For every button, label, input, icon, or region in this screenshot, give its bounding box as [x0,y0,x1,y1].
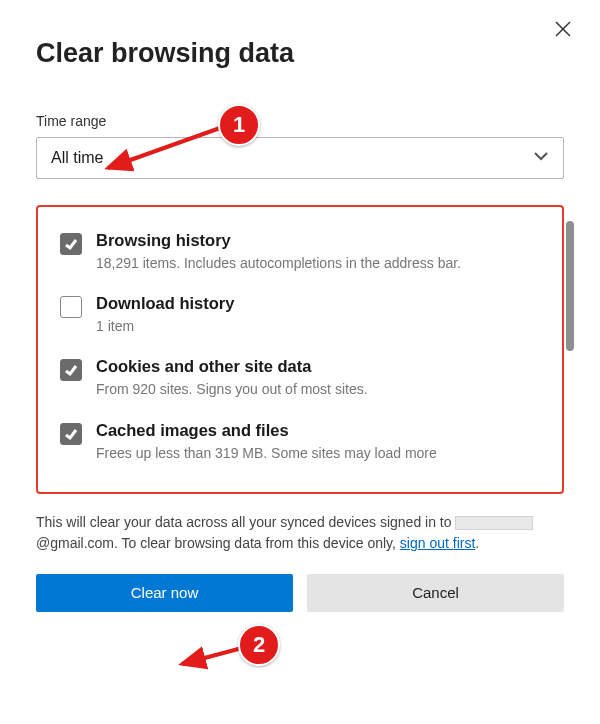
cancel-button[interactable]: Cancel [307,574,564,612]
checkbox-download-history[interactable] [60,296,82,318]
dialog-title: Clear browsing data [36,38,564,69]
item-title: Cookies and other site data [96,357,368,376]
item-title: Cached images and files [96,421,437,440]
redacted-email-user [455,516,533,530]
item-cookies: Cookies and other site data From 920 sit… [38,349,532,412]
item-title: Browsing history [96,231,461,250]
sign-out-link[interactable]: sign out first [400,535,475,551]
close-button[interactable] [548,16,578,46]
item-browsing-history: Browsing history 18,291 items. Includes … [38,223,532,286]
item-title: Download history [96,294,234,313]
chevron-down-icon [533,148,549,168]
annotation-arrow-1 [102,120,222,184]
item-cached: Cached images and files Frees up less th… [38,413,532,476]
footnote-mid: . To clear browsing data from this devic… [114,535,400,551]
item-download-history: Download history 1 item [38,286,532,349]
footnote-post: . [475,535,479,551]
data-types-list: Browsing history 18,291 items. Includes … [36,205,564,494]
item-sub: 18,291 items. Includes autocompletions i… [96,254,461,272]
scrollbar[interactable] [566,221,574,351]
annotation-badge-1: 1 [218,104,260,146]
annotation-arrow-2 [176,640,246,684]
clear-now-button[interactable]: Clear now [36,574,293,612]
button-row: Clear now Cancel [36,574,564,612]
checkbox-cached[interactable] [60,423,82,445]
checkbox-browsing-history[interactable] [60,233,82,255]
time-range-value: All time [51,149,103,167]
footnote-pre: This will clear your data across all you… [36,514,455,530]
svg-line-2 [108,128,220,168]
close-icon [554,20,572,42]
sync-footnote: This will clear your data across all you… [36,512,564,554]
footnote-email-domain: @gmail.com [36,535,114,551]
checkbox-cookies[interactable] [60,359,82,381]
svg-line-3 [182,648,242,664]
item-sub: 1 item [96,317,234,335]
annotation-badge-2: 2 [238,624,280,666]
item-sub: Frees up less than 319 MB. Some sites ma… [96,444,437,462]
item-sub: From 920 sites. Signs you out of most si… [96,380,368,398]
